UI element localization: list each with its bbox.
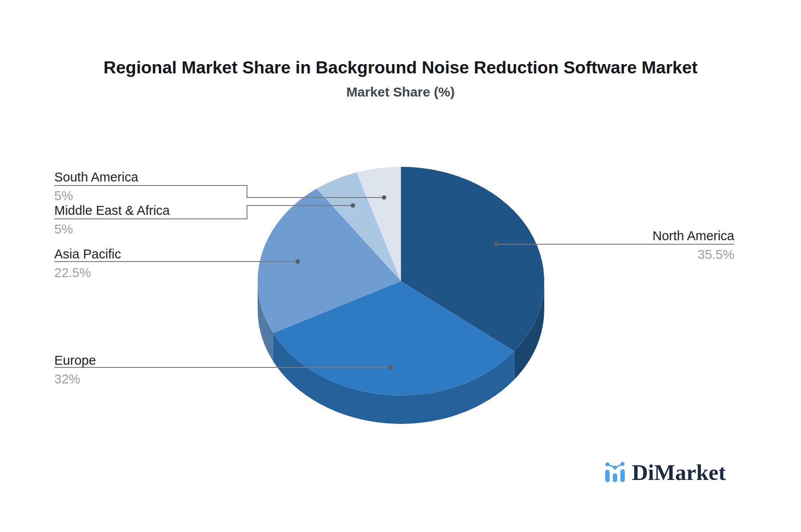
slice-callout-south-america: South America 5% bbox=[54, 169, 138, 203]
leader-dot-north-america bbox=[494, 242, 498, 246]
slice-callout-europe: Europe 32% bbox=[54, 352, 96, 387]
chart-canvas: Regional Market Share in Background Nois… bbox=[0, 0, 801, 532]
slice-value-europe: 32% bbox=[54, 371, 96, 387]
slice-label-south-america: South America bbox=[54, 169, 138, 185]
leader-dot-asia-pacific bbox=[295, 259, 300, 264]
bar-chart-logo-icon bbox=[605, 461, 626, 484]
brand-logo: DiMarket bbox=[605, 461, 726, 484]
slice-value-north-america: 35.5% bbox=[652, 247, 734, 262]
leader-dot-middle-east-africa bbox=[351, 203, 355, 208]
leader-dot-europe bbox=[388, 365, 393, 370]
brand-logo-text: DiMarket bbox=[632, 461, 726, 484]
slice-label-europe: Europe bbox=[54, 352, 96, 369]
slice-label-asia-pacific: Asia Pacific bbox=[54, 246, 121, 262]
slice-value-middle-east-africa: 5% bbox=[54, 222, 170, 237]
slice-callout-north-america: North America 35.5% bbox=[652, 227, 734, 262]
slice-value-south-america: 5% bbox=[54, 188, 138, 203]
leader-dot-south-america bbox=[382, 195, 386, 200]
slice-value-asia-pacific: 22.5% bbox=[54, 265, 121, 280]
slice-callout-asia-pacific: Asia Pacific 22.5% bbox=[54, 246, 121, 280]
slice-label-north-america: North America bbox=[652, 227, 734, 244]
slice-label-middle-east-africa: Middle East & Africa bbox=[54, 202, 170, 219]
slice-callout-middle-east-africa: Middle East & Africa 5% bbox=[54, 202, 170, 237]
